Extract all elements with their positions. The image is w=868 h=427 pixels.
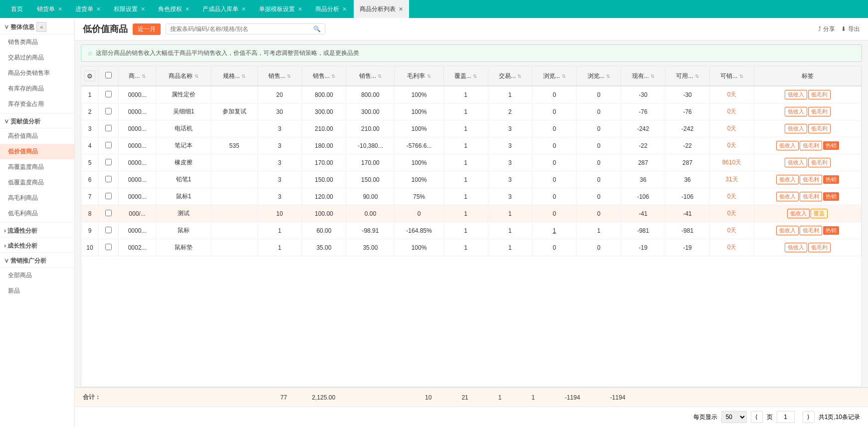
cell-tags: 低收入低毛利热销 [754, 137, 861, 154]
row-checkbox[interactable] [105, 193, 112, 199]
select-all-checkbox[interactable] [105, 72, 112, 78]
close-sales-icon[interactable]: ✕ [58, 6, 62, 12]
th-name[interactable]: 商品名称 ⇅ [156, 66, 211, 86]
sidebar-item-low-coverage[interactable]: 低覆盖度商品 [0, 175, 74, 190]
th-profit[interactable]: 毛利率 ⇅ [395, 66, 443, 86]
cell-checkbox[interactable] [99, 222, 119, 239]
th-checkbox[interactable] [99, 66, 119, 86]
date-filter-button[interactable]: 近一月 [133, 23, 161, 35]
th-code[interactable]: 商... ⇅ [118, 66, 156, 86]
row-checkbox[interactable] [105, 210, 112, 216]
export-button[interactable]: ⬇ 导出 [841, 25, 860, 33]
cell-tags: 低收入低毛利 [754, 154, 861, 171]
cell-coverage: 1 [443, 171, 488, 188]
sidebar-collapse-btn[interactable]: « [36, 22, 46, 32]
row-checkbox[interactable] [105, 176, 112, 182]
th-coverage[interactable]: 覆盖... ⇅ [443, 66, 488, 86]
first-page-button[interactable]: ⟨ [751, 411, 763, 423]
cell-checkbox[interactable] [99, 188, 119, 205]
cell-checkbox[interactable] [99, 171, 119, 188]
row-checkbox[interactable] [105, 125, 112, 131]
sidebar-item-traded-goods[interactable]: 交易过的商品 [0, 50, 74, 65]
th-view1[interactable]: 浏览... ⇅ [532, 66, 577, 86]
cell-checkbox[interactable] [99, 103, 119, 120]
close-goods-icon[interactable]: ✕ [342, 6, 347, 12]
sidebar-item-low-value[interactable]: 低价值商品 [0, 144, 74, 159]
th-sales1[interactable]: 销售... ⇅ [257, 66, 302, 86]
search-input[interactable] [170, 25, 313, 32]
nav-home[interactable]: 首页 [4, 0, 30, 18]
nav-role[interactable]: 角色授权 ✕ [152, 0, 196, 18]
close-permission-icon[interactable]: ✕ [141, 6, 145, 12]
sidebar-item-new-goods[interactable]: 新品 [0, 283, 74, 299]
th-sellable[interactable]: 可销... ⇅ [710, 66, 754, 86]
table-row: 8 000/... 测试 10 100.00 0.00 0 1 1 0 0 -4… [81, 205, 862, 222]
search-icon[interactable]: 🔍 [313, 25, 321, 32]
cell-current: -19 [621, 239, 665, 256]
row-checkbox[interactable] [105, 108, 112, 114]
cell-checkbox[interactable] [99, 120, 119, 137]
cell-name: 吴细细1 [156, 103, 211, 120]
sidebar-item-sales-goods[interactable]: 销售类商品 [0, 34, 74, 50]
nav-permission[interactable]: 权限设置 ✕ [108, 0, 151, 18]
row-checkbox[interactable] [105, 91, 112, 97]
th-current[interactable]: 现有... ⇅ [621, 66, 665, 86]
cell-num: 3 [81, 120, 99, 137]
cell-profit: 100% [395, 154, 443, 171]
sidebar-item-high-value[interactable]: 高价值商品 [0, 128, 74, 144]
th-available[interactable]: 可用... ⇅ [665, 66, 710, 86]
cell-trade: 3 [488, 171, 532, 188]
close-goods-list-icon[interactable]: ✕ [399, 6, 403, 12]
cell-spec [211, 86, 257, 103]
cell-coverage: 1 [443, 222, 488, 239]
th-sales3[interactable]: 销售... ⇅ [346, 66, 395, 86]
nav-purchase[interactable]: 进货单 ✕ [69, 0, 107, 18]
th-view2[interactable]: 浏览... ⇅ [577, 66, 621, 86]
row-checkbox[interactable] [105, 244, 112, 250]
sidebar-item-high-profit[interactable]: 高毛利商品 [0, 190, 74, 206]
close-template-icon[interactable]: ✕ [298, 6, 302, 12]
th-spec[interactable]: 规格... ⇅ [211, 66, 257, 86]
nav-template[interactable]: 单据模板设置 ✕ [253, 0, 308, 18]
close-purchase-icon[interactable]: ✕ [96, 6, 101, 12]
sidebar-item-category-rate[interactable]: 商品分类销售率 [0, 65, 74, 81]
sidebar-item-stock-fund[interactable]: 库存资金占用 [0, 96, 74, 112]
share-button[interactable]: ⤴ 分享 [818, 25, 835, 33]
cell-checkbox[interactable] [99, 205, 119, 222]
nav-goods-list[interactable]: 商品分析列表 ✕ [354, 0, 409, 18]
total-view1: 1 [498, 394, 502, 401]
close-role-icon[interactable]: ✕ [185, 6, 190, 12]
sidebar-item-low-profit[interactable]: 低毛利商品 [0, 206, 74, 221]
nav-sales[interactable]: 销货单 ✕ [31, 0, 68, 18]
row-checkbox[interactable] [105, 227, 112, 233]
sidebar-item-high-coverage[interactable]: 高覆盖度商品 [0, 159, 74, 175]
next-page-button[interactable]: ⟩ [803, 411, 815, 423]
page-input[interactable] [777, 411, 795, 423]
per-page-select[interactable]: 50 100 200 [721, 411, 747, 423]
cell-tags: 低收入低毛利热销 [754, 171, 861, 188]
row-checkbox[interactable] [105, 159, 112, 165]
row-checkbox[interactable] [105, 142, 112, 148]
th-trade[interactable]: 交易... ⇅ [488, 66, 532, 86]
cell-view2: 0 [577, 154, 621, 171]
settings-icon[interactable]: ⚙ [84, 70, 95, 81]
cell-checkbox[interactable] [99, 239, 119, 256]
cell-view1: 0 [532, 188, 577, 205]
cell-s1: 3 [257, 120, 302, 137]
table-wrapper[interactable]: ⚙ 商... ⇅ 商品名称 ⇅ 规格... ⇅ 销售... ⇅ 销售... ⇅ … [81, 66, 862, 387]
top-nav: 首页 销货单 ✕ 进货单 ✕ 权限设置 ✕ 角色授权 ✕ 产成品入库单 ✕ 单据… [0, 0, 868, 18]
cell-checkbox[interactable] [99, 154, 119, 171]
nav-warehouse[interactable]: 产成品入库单 ✕ [197, 0, 252, 18]
th-tags[interactable]: 标签 [754, 66, 861, 86]
nav-goods[interactable]: 商品分析 ✕ [309, 0, 353, 18]
th-sales2[interactable]: 销售... ⇅ [302, 66, 346, 86]
cell-checkbox[interactable] [99, 86, 119, 103]
th-settings[interactable]: ⚙ [81, 66, 99, 86]
cell-checkbox[interactable] [99, 137, 119, 154]
sidebar-item-stock-goods[interactable]: 有库存的商品 [0, 81, 74, 96]
cell-sellable: 0天 [710, 188, 754, 205]
close-warehouse-icon[interactable]: ✕ [241, 6, 246, 12]
sidebar-item-all-goods[interactable]: 全部商品 [0, 268, 74, 283]
cell-view1[interactable]: 1 [532, 222, 577, 239]
tag: 热销 [823, 226, 839, 235]
